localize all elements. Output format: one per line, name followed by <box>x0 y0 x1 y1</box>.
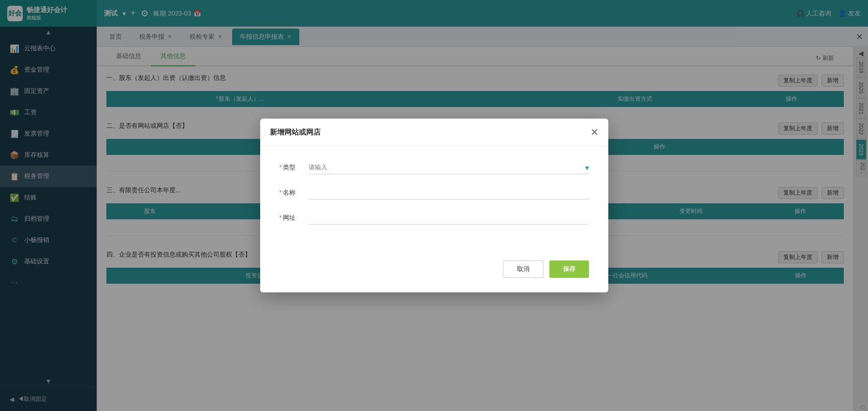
url-label: *网址 <box>280 213 309 222</box>
form-row-type: *类型 ▾ <box>280 161 589 174</box>
cancel-button[interactable]: 取消 <box>503 260 544 278</box>
modal-header: 新增网站或网店 ✕ <box>260 119 608 146</box>
form-row-name: *名称 <box>280 186 589 199</box>
required-star: * <box>280 164 282 171</box>
url-input[interactable] <box>309 211 589 225</box>
form-row-url: *网址 <box>280 211 589 225</box>
name-label: *名称 <box>280 188 309 197</box>
modal-close-button[interactable]: ✕ <box>590 126 599 138</box>
type-label: *类型 <box>280 163 309 172</box>
modal-dialog: 新增网站或网店 ✕ *类型 ▾ *名称 <box>260 119 608 292</box>
modal-body: *类型 ▾ *名称 *网址 <box>260 146 608 251</box>
dropdown-arrow-icon[interactable]: ▾ <box>585 163 589 172</box>
save-button[interactable]: 保存 <box>549 260 589 278</box>
type-select-wrapper: ▾ <box>309 161 589 174</box>
name-input[interactable] <box>309 186 589 199</box>
type-input[interactable] <box>309 161 589 174</box>
required-star-2: * <box>280 189 282 196</box>
modal-overlay[interactable]: 新增网站或网店 ✕ *类型 ▾ *名称 <box>0 0 868 411</box>
modal-title: 新增网站或网店 <box>270 128 321 137</box>
required-star-3: * <box>280 214 282 221</box>
modal-footer: 取消 保存 <box>260 251 608 292</box>
